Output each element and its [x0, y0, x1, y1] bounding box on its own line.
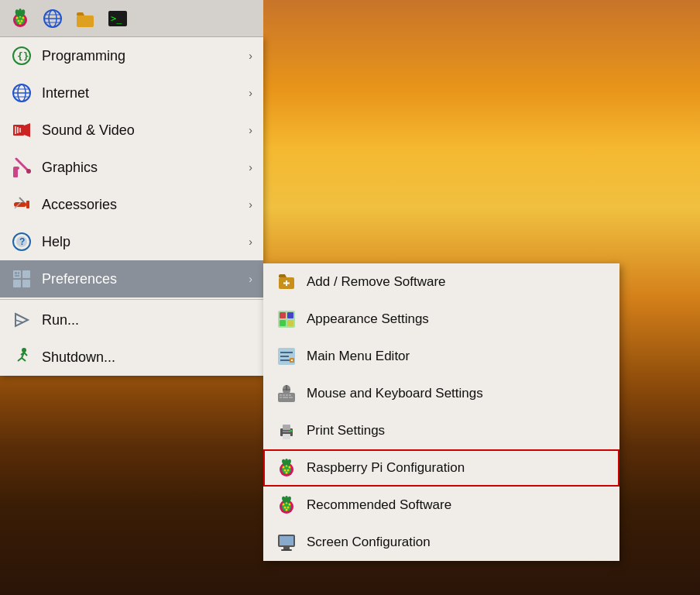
print-settings-label: Print Settings: [307, 423, 385, 439]
svg-point-10: [19, 9, 22, 16]
add-remove-software-label: Add / Remove Software: [307, 274, 446, 290]
preferences-submenu: Add / Remove Software Appearance Setting…: [263, 263, 619, 561]
svg-line-53: [18, 358, 22, 361]
shutdown-label: Shutdown...: [42, 349, 252, 366]
svg-point-7: [19, 22, 22, 24]
svg-text:{}: {}: [17, 50, 29, 62]
svg-rect-113: [281, 549, 292, 551]
svg-rect-112: [283, 547, 290, 549]
svg-point-103: [289, 504, 291, 506]
svg-line-50: [15, 320, 22, 322]
svg-point-94: [284, 469, 287, 472]
svg-rect-32: [13, 167, 19, 170]
sound-video-arrow: ›: [249, 124, 252, 136]
svg-rect-61: [280, 312, 286, 318]
menu-item-internet[interactable]: Internet ›: [0, 74, 263, 112]
submenu-item-raspberry-pi-config[interactable]: Raspberry Pi Configuration: [263, 449, 619, 487]
svg-rect-86: [283, 431, 290, 432]
svg-marker-27: [24, 123, 30, 137]
raspberry-pi-config-label: Raspberry Pi Configuration: [307, 460, 465, 476]
help-arrow: ›: [249, 236, 252, 248]
add-remove-software-icon: [276, 271, 297, 293]
menu-item-sound-video[interactable]: Sound & Video ›: [0, 112, 263, 149]
terminal-button[interactable]: >_: [104, 5, 132, 33]
submenu-item-appearance-settings[interactable]: Appearance Settings: [263, 301, 619, 338]
svg-point-90: [283, 466, 285, 469]
print-settings-icon: [276, 420, 297, 442]
preferences-arrow: ›: [249, 273, 252, 285]
menu-item-shutdown[interactable]: Shutdown...: [0, 339, 263, 376]
svg-rect-78: [283, 397, 288, 398]
svg-line-37: [19, 198, 24, 202]
svg-line-55: [24, 353, 27, 356]
run-icon: [11, 309, 33, 331]
svg-rect-46: [15, 272, 17, 274]
graphics-label: Graphics: [42, 160, 239, 176]
graphics-icon: [11, 156, 33, 178]
mouse-keyboard-icon: [276, 383, 297, 404]
filemanager-button[interactable]: [71, 5, 99, 33]
main-menu: {} Programming › Internet ›: [0, 37, 263, 376]
submenu-item-main-menu-editor[interactable]: Main Menu Editor: [263, 338, 619, 375]
svg-text:?: ?: [19, 236, 25, 247]
menu-item-graphics[interactable]: Graphics ›: [0, 149, 263, 186]
svg-point-104: [287, 507, 290, 509]
recommended-software-icon: [276, 494, 297, 516]
svg-point-5: [21, 19, 23, 22]
svg-rect-79: [289, 397, 293, 398]
menu-item-run[interactable]: Run...: [0, 301, 263, 339]
shutdown-icon: [11, 346, 33, 368]
svg-point-51: [22, 348, 26, 353]
graphics-arrow: ›: [249, 161, 252, 174]
svg-text:>_: >_: [111, 13, 122, 24]
submenu-item-screen-configuration[interactable]: Screen Configuration: [263, 524, 619, 561]
svg-point-93: [287, 469, 290, 472]
svg-rect-28: [15, 126, 16, 134]
svg-rect-75: [286, 394, 288, 396]
svg-rect-30: [19, 128, 21, 132]
accessories-arrow: ›: [249, 198, 252, 211]
preferences-icon: [11, 268, 33, 290]
mouse-keyboard-label: Mouse and Keyboard Settings: [307, 386, 483, 401]
menu-item-programming[interactable]: {} Programming ›: [0, 37, 263, 74]
submenu-item-mouse-keyboard[interactable]: Mouse and Keyboard Settings: [263, 375, 619, 412]
svg-rect-44: [13, 280, 21, 287]
preferences-label: Preferences: [42, 271, 239, 287]
help-label: Help: [42, 234, 239, 250]
sound-video-label: Sound & Video: [42, 122, 239, 139]
raspberry-menu-button[interactable]: [6, 5, 34, 33]
svg-point-109: [285, 496, 288, 502]
menu-divider: [0, 299, 263, 300]
svg-point-106: [286, 509, 288, 511]
submenu-item-print-settings[interactable]: Print Settings: [263, 412, 619, 449]
svg-rect-76: [289, 394, 291, 396]
accessories-icon: [11, 194, 33, 215]
run-label: Run...: [42, 312, 252, 328]
svg-rect-73: [280, 394, 282, 396]
programming-label: Programming: [42, 48, 239, 64]
svg-rect-64: [287, 320, 293, 326]
submenu-item-recommended-software[interactable]: Recommended Software: [263, 487, 619, 524]
svg-point-34: [26, 169, 31, 174]
svg-point-2: [16, 16, 19, 19]
svg-rect-63: [280, 320, 286, 326]
menu-item-preferences[interactable]: Preferences ›: [0, 260, 263, 298]
svg-marker-49: [15, 314, 28, 326]
recommended-software-label: Recommended Software: [307, 497, 451, 513]
svg-point-87: [290, 430, 293, 432]
raspberry-pi-config-icon: [276, 457, 297, 479]
submenu-item-add-remove-software[interactable]: Add / Remove Software: [263, 263, 619, 301]
programming-icon: {}: [11, 45, 33, 67]
internet-label: Internet: [42, 85, 239, 101]
browser-button[interactable]: [39, 5, 67, 33]
svg-point-101: [283, 504, 285, 506]
menu-item-help[interactable]: ? Help ›: [0, 223, 263, 260]
svg-rect-45: [22, 280, 30, 287]
main-menu-editor-icon: [276, 346, 297, 367]
appearance-settings-label: Appearance Settings: [307, 311, 429, 327]
svg-line-54: [22, 358, 26, 361]
menu-item-accessories[interactable]: Accessories ›: [0, 186, 263, 223]
svg-point-95: [286, 472, 288, 474]
svg-rect-48: [15, 275, 19, 277]
sound-video-icon: [11, 119, 33, 141]
